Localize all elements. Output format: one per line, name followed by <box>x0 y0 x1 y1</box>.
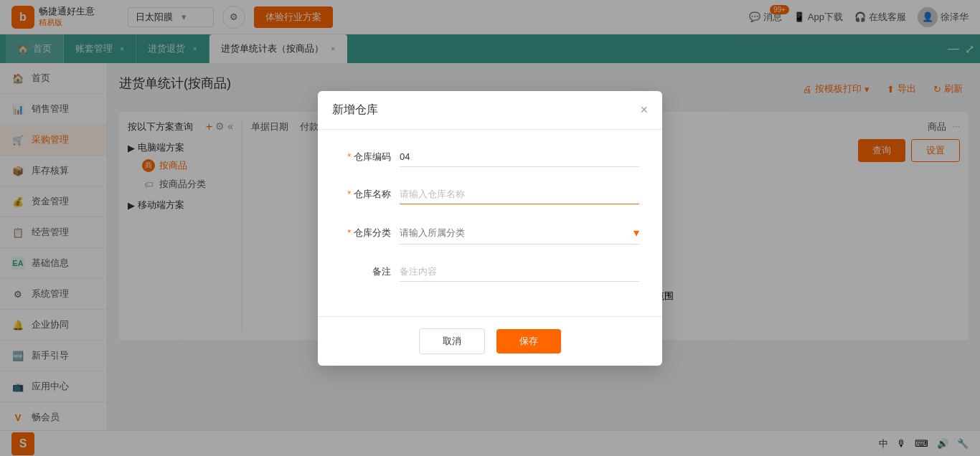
dialog-title: 新增仓库 <box>332 103 378 118</box>
code-label: 仓库编码 <box>341 151 391 163</box>
cancel-button[interactable]: 取消 <box>419 328 485 354</box>
category-dropdown-icon: ▾ <box>633 226 639 239</box>
category-select[interactable]: ▾ <box>400 222 639 244</box>
name-input[interactable] <box>400 184 639 204</box>
save-button[interactable]: 保存 <box>496 329 561 353</box>
new-warehouse-dialog: 新增仓库 × 仓库编码 仓库名称 仓库分类 ▾ <box>318 91 662 366</box>
category-input[interactable] <box>400 227 633 238</box>
form-row-code: 仓库编码 <box>341 147 639 167</box>
form-row-name: 仓库名称 <box>341 184 639 204</box>
form-row-note: 备注 <box>341 262 639 282</box>
form-row-category: 仓库分类 ▾ <box>341 222 639 244</box>
dialog-header: 新增仓库 × <box>318 91 662 130</box>
note-input[interactable] <box>400 262 639 282</box>
category-label: 仓库分类 <box>341 227 391 239</box>
dialog-footer: 取消 保存 <box>318 316 662 366</box>
dialog-overlay: 新增仓库 × 仓库编码 仓库名称 仓库分类 ▾ <box>0 0 980 456</box>
code-input[interactable] <box>400 147 639 167</box>
name-label: 仓库名称 <box>341 188 391 201</box>
note-label: 备注 <box>341 265 391 278</box>
dialog-close-button[interactable]: × <box>640 103 648 118</box>
dialog-body: 仓库编码 仓库名称 仓库分类 ▾ 备注 <box>318 130 662 316</box>
